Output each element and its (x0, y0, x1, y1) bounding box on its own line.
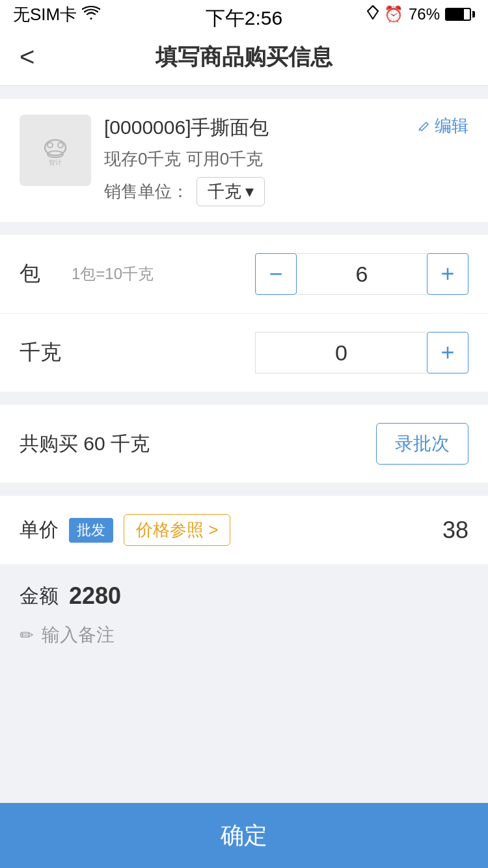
package-plus-button[interactable]: + (427, 253, 468, 295)
product-thumbnail: 智计 (20, 115, 91, 186)
battery-icon (445, 8, 475, 21)
package-quantity-input[interactable] (297, 253, 427, 295)
package-hint: 1包=10千克 (72, 264, 255, 284)
status-bar: 无SIM卡 下午2:56 ⏰ 76% (0, 0, 488, 29)
price-tag: 批发 (69, 518, 113, 543)
package-minus-button[interactable]: − (255, 253, 297, 295)
kg-quantity-controls: + (255, 332, 468, 373)
svg-point-1 (47, 142, 53, 148)
amount-value: 2280 (69, 582, 121, 610)
edit-button[interactable]: 编辑 (418, 115, 468, 137)
summary-section: 共购买 60 千克 录批次 (0, 405, 488, 483)
package-quantity-controls: − + (255, 253, 468, 295)
alarm-icon: ⏰ (384, 5, 403, 23)
amount-row: 金额 2280 (20, 582, 468, 610)
product-info: [0000006]手撕面包 现存0千克 可用0千克 销售单位： 千克 ▾ (104, 115, 468, 206)
confirm-button[interactable]: 确定 (0, 803, 488, 868)
remark-text: 输入备注 (42, 623, 115, 647)
batch-button[interactable]: 录批次 (376, 423, 468, 465)
kg-plus-button[interactable]: + (427, 332, 468, 373)
svg-point-2 (58, 142, 63, 148)
price-label: 单价 (20, 517, 59, 543)
package-row: 包 1包=10千克 − + (0, 235, 488, 314)
page-title: 填写商品购买信息 (156, 42, 332, 72)
nav-bar: < 填写商品购买信息 (0, 29, 488, 86)
battery-percent: 76% (409, 5, 440, 23)
kg-row: 千克 + (0, 314, 488, 392)
svg-text:智计: 智计 (49, 159, 62, 166)
price-value: 38 (442, 517, 468, 544)
wifi-icon (82, 5, 100, 25)
price-ref-button[interactable]: 价格参照 > (124, 514, 230, 546)
product-unit-row: 销售单位： 千克 ▾ (104, 177, 468, 206)
status-left: 无SIM卡 (13, 3, 100, 26)
remark-icon: ✏ (20, 625, 34, 645)
package-label: 包 (20, 260, 72, 288)
location-icon (367, 5, 379, 23)
product-card: 智计 [0000006]手撕面包 现存0千克 可用0千克 销售单位： 千克 ▾ … (0, 99, 488, 222)
kg-label: 千克 (20, 338, 255, 367)
product-name: [0000006]手撕面包 (104, 115, 468, 141)
unit-label: 销售单位： (104, 180, 189, 203)
summary-text: 共购买 60 千克 (20, 431, 150, 457)
back-button[interactable]: < (20, 42, 34, 72)
price-section: 单价 批发 价格参照 > 38 (0, 496, 488, 564)
remark-row[interactable]: ✏ 输入备注 (20, 623, 468, 647)
kg-quantity-input[interactable] (255, 332, 427, 373)
carrier-text: 无SIM卡 (13, 3, 77, 26)
amount-section: 金额 2280 ✏ 输入备注 (0, 564, 488, 660)
product-stock: 现存0千克 可用0千克 (104, 148, 468, 170)
amount-label: 金额 (20, 583, 59, 610)
unit-select[interactable]: 千克 ▾ (197, 177, 265, 206)
status-time: 下午2:56 (206, 5, 282, 32)
quantity-section: 包 1包=10千克 − + 千克 + (0, 235, 488, 392)
status-right: ⏰ 76% (367, 5, 475, 23)
